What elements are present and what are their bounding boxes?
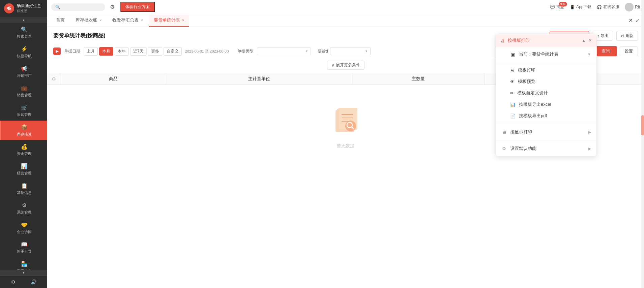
preview-item-icon: 👁: [510, 79, 515, 84]
logo-icon: 畅: [4, 3, 14, 13]
preview-item-label: 模板预览: [518, 78, 535, 85]
display-print-expand: ▶: [588, 130, 591, 134]
tab-order-stats[interactable]: 要货单统计表 ×: [149, 14, 189, 27]
tab-home[interactable]: 首页: [51, 14, 69, 27]
sidebar-item-sales[interactable]: 💼 销售管理: [0, 82, 47, 101]
export-pdf-label: 按模板导出pdf: [519, 113, 547, 119]
basic-icon: 📋: [21, 183, 28, 189]
sidebar-item-guide[interactable]: 📖 新手引导: [0, 238, 47, 257]
app-download-btn[interactable]: 📱 App下载: [570, 4, 591, 10]
date-btn-last-7-days[interactable]: 近7天: [130, 47, 147, 56]
dropdown-item-export-pdf[interactable]: 📄 按模板导出pdf: [496, 110, 596, 122]
th-settings[interactable]: ⚙: [47, 73, 61, 85]
settings-bottom-icon[interactable]: ⚙: [11, 279, 16, 285]
type-select[interactable]: [257, 47, 311, 55]
user-profile[interactable]: Rit: [625, 3, 640, 11]
settings-icon[interactable]: ⚙: [52, 76, 56, 82]
date-filter-label: 单据日期: [64, 49, 80, 54]
date-btn-custom[interactable]: 自定义: [164, 47, 182, 56]
empty-icon: [329, 105, 362, 139]
sidebar-item-purchase[interactable]: 🛒 采购管理: [0, 101, 47, 121]
service-icon: 🎧: [597, 5, 602, 9]
marketing-icon: 📢: [21, 65, 28, 72]
scroll-thumb[interactable]: [641, 115, 644, 135]
date-btn-this-month[interactable]: 本月: [99, 47, 113, 56]
refresh-icon: ↺: [621, 34, 624, 38]
refresh-btn[interactable]: ↺ 刷新: [616, 31, 638, 41]
dropdown-item-display-print[interactable]: 🖥 按显示打印 ▶: [496, 126, 596, 138]
filter-settings-btn[interactable]: 设置: [620, 46, 638, 56]
expand-more-btn[interactable]: ∨ 展开更多条件: [327, 61, 364, 70]
sidebar-scroll-down[interactable]: ▼: [0, 270, 47, 276]
dropdown-close-icon[interactable]: ×: [589, 37, 592, 43]
app-download-icon: 📱: [570, 5, 575, 9]
tab-inventory-batch[interactable]: 库存批次账 ×: [71, 14, 106, 27]
tabs-bar: 首页 库存批次账 × 收发存汇总表 × 要货单统计表 × ✕ ⤢: [47, 14, 644, 27]
topbar-search[interactable]: 🔍: [51, 3, 105, 11]
tab-expand-window[interactable]: ⤢: [636, 17, 640, 24]
dropdown-item-export-excel[interactable]: 📊 按模板导出excel: [496, 99, 596, 110]
sidebar-scroll-up[interactable]: ▲: [0, 17, 47, 23]
tab-close-order-stats[interactable]: ×: [182, 18, 184, 22]
sidebar-item-basic[interactable]: 📋 基础信息: [0, 179, 47, 199]
date-btn-more[interactable]: 更多: [148, 47, 162, 56]
sidebar-item-inventory[interactable]: 📦 库存核算: [0, 121, 47, 140]
yaohuo-select[interactable]: [330, 47, 371, 55]
sidebar-item-label-sales: 销售管理: [17, 93, 32, 98]
th-unit: 主计量单位: [166, 73, 352, 85]
dropdown-item-custom-design[interactable]: ✏ 模板自定义设计: [496, 87, 596, 99]
current-expand-icon: ▼: [587, 52, 591, 56]
messages-badge: 99+: [559, 2, 567, 6]
sidebar-item-label-quick: 快捷导航: [17, 54, 32, 59]
display-print-icon: 🖥: [501, 130, 507, 135]
set-default-label: 设置默认功能: [510, 146, 536, 152]
dropdown-current-template[interactable]: ▣ 当前：要货单统计表 ▼: [496, 49, 596, 60]
sidebar-item-business[interactable]: 📊 经营管理: [0, 160, 47, 179]
tab-inventory-batch-label: 库存批次账: [76, 17, 97, 23]
topbar-settings-icon[interactable]: ⚙: [110, 4, 115, 10]
app-name: 畅康通好生意: [17, 3, 41, 9]
tab-close-inventory-batch[interactable]: ×: [99, 18, 101, 22]
sidebar-item-collab[interactable]: 🤝 企业协同: [0, 218, 47, 238]
dropdown-item-set-default[interactable]: ⚙ 设置默认功能 ▶: [496, 142, 596, 155]
sidebar-item-label-finance: 资金管理: [17, 151, 32, 156]
tab-home-label: 首页: [56, 17, 65, 23]
dropdown-divider-2: [496, 124, 596, 124]
avatar: [625, 3, 634, 11]
sidebar-item-quick-nav[interactable]: ⚡ 快捷导航: [0, 42, 47, 62]
sidebar-item-finance[interactable]: 💰 资金管理: [0, 140, 47, 160]
messages-btn[interactable]: 💬 消息 99+: [550, 4, 564, 10]
refresh-btn-label: 刷新: [625, 33, 634, 39]
expand-down-icon: ∨: [331, 63, 334, 68]
date-range-text: 2023-06-01 至 2023-06-30: [185, 49, 229, 54]
th-product: 商品: [61, 73, 166, 85]
dropdown-toggle-icon[interactable]: ▲: [582, 38, 586, 43]
set-default-icon: ⚙: [501, 146, 507, 151]
filter-expand-btn[interactable]: ▶: [53, 47, 61, 55]
business-icon: 📊: [21, 163, 28, 169]
online-service-btn[interactable]: 🎧 在线客服: [597, 4, 619, 10]
page-title: 要货单统计表(按商品): [53, 32, 106, 39]
dropdown-divider-3: [496, 140, 596, 140]
sidebar-item-label-system: 系统管理: [17, 210, 32, 215]
export-excel-label: 按模板导出excel: [519, 101, 551, 107]
sales-icon: 💼: [21, 85, 28, 91]
tab-close-receive-summary[interactable]: ×: [141, 18, 143, 22]
sidebar-item-system[interactable]: ⚙ 系统管理: [0, 199, 47, 218]
tab-order-stats-label: 要货单统计表: [154, 17, 180, 23]
tab-close-window[interactable]: ✕: [628, 17, 633, 24]
date-btn-last-month[interactable]: 上月: [84, 47, 98, 56]
tab-receive-summary[interactable]: 收发存汇总表 ×: [108, 14, 147, 27]
query-btn[interactable]: 查询: [595, 46, 617, 56]
speaker-bottom-icon[interactable]: 🔊: [31, 279, 36, 285]
dropdown-item-preview[interactable]: 👁 模板预览: [496, 76, 596, 87]
quick-nav-icon: ⚡: [21, 46, 28, 52]
trial-btn[interactable]: 体验行业方案: [120, 2, 155, 12]
sidebar-item-appstore[interactable]: 🏪 应用中心: [0, 257, 47, 270]
sidebar-item-search[interactable]: 🔍 搜索菜单: [0, 23, 47, 42]
print-dropdown: 🖨 按模板打印 ▲ × ▣ 当前：要货单统计表 ▼ 🖨 模板打印 👁 模板预览 …: [496, 34, 597, 156]
yaohuo-label: 要货d: [318, 49, 328, 54]
dropdown-item-print[interactable]: 🖨 模板打印: [496, 64, 596, 76]
sidebar-item-marketing[interactable]: 📢 营销推广: [0, 62, 47, 82]
date-btn-this-year[interactable]: 本年: [115, 47, 129, 56]
